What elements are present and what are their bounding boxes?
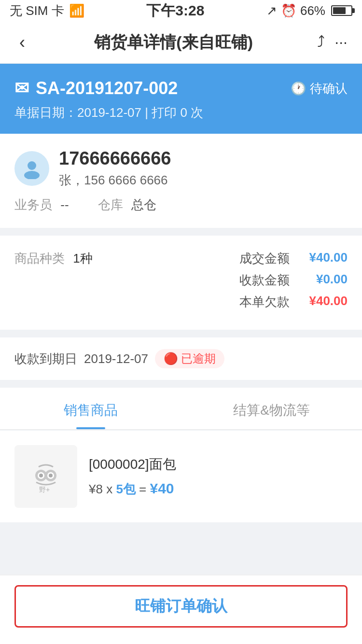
customer-meta-row: 业务员 -- 仓库 总仓	[14, 196, 348, 213]
tabs-bar: 销售商品 结算&物流等	[0, 388, 362, 430]
price-text: ¥8 x	[89, 482, 116, 496]
product-list-item: 野+ [0000002]面包 ¥8 x 5包 = ¥40	[0, 431, 362, 522]
share-button[interactable]: ⤴	[317, 33, 325, 51]
deal-amount-row: 成交金额 ¥40.00	[239, 250, 348, 267]
confirm-order-button[interactable]: 旺铺订单确认	[14, 585, 348, 628]
overdue-icon: 🔴	[164, 352, 178, 365]
status-bar: 无 SIM 卡 📶 下午3:28 ↗ ⏰ 66%	[0, 0, 362, 21]
order-id-section: ✉ SA-20191207-002	[14, 78, 178, 98]
product-type-section: 商品种类 1种	[14, 250, 93, 267]
customer-card: 17666666666 张，156 6666 6666 业务员 -- 仓库 总仓	[0, 134, 362, 228]
overdue-text: 已逾期	[181, 351, 216, 366]
deal-amount-label: 成交金额	[239, 250, 290, 267]
status-text: 待确认	[310, 80, 348, 97]
svg-text:野+: 野+	[39, 486, 50, 493]
due-date-label: 收款到期日	[14, 350, 77, 367]
product-total: ¥40	[150, 480, 174, 496]
nav-actions: ⤴ ···	[317, 33, 348, 51]
received-amount-row: 收款金额 ¥0.00	[239, 272, 348, 289]
warehouse-field: 仓库 总仓	[98, 196, 156, 213]
product-thumbnail: 野+	[14, 445, 77, 508]
svg-point-7	[49, 474, 53, 477]
battery-percent: 66%	[300, 3, 325, 18]
product-price-row: ¥8 x 5包 = ¥40	[89, 480, 348, 498]
order-header-card: ✉ SA-20191207-002 🕐 待确认 单据日期：2019-12-07 …	[0, 64, 362, 134]
order-status-badge: 🕐 待确认	[291, 80, 348, 97]
alarm-icon: ⏰	[281, 3, 296, 18]
status-bar-left: 无 SIM 卡 📶	[10, 2, 84, 19]
owed-amount-row: 本单欠款 ¥40.00	[239, 294, 348, 310]
due-date-value: 2019-12-07	[84, 351, 148, 366]
status-bar-right: ↗ ⏰ 66%	[266, 3, 352, 18]
order-date-line: 单据日期：2019-12-07 | 打印 0 次	[14, 104, 348, 121]
sales-field: 业务员 --	[14, 196, 69, 213]
svg-point-1	[24, 171, 40, 179]
sales-value: --	[60, 197, 69, 212]
product-details: [0000002]面包 ¥8 x 5包 = ¥40	[89, 455, 348, 498]
customer-info: 17666666666 张，156 6666 6666	[59, 148, 171, 189]
battery-icon	[331, 5, 352, 16]
owed-amount-label: 本单欠款	[239, 294, 290, 310]
nav-bar: ‹ 销货单详情(来自旺铺) ⤴ ···	[0, 21, 362, 64]
product-type-value: 1种	[73, 251, 92, 266]
back-button[interactable]: ‹	[14, 28, 30, 57]
status-clock-icon: 🕐	[291, 81, 306, 96]
status-bar-time: 下午3:28	[146, 1, 204, 21]
customer-phone: 17666666666	[59, 148, 171, 169]
customer-sub-info: 张，156 6666 6666	[59, 172, 171, 189]
overdue-badge: 🔴 已逾期	[155, 349, 224, 368]
more-button[interactable]: ···	[334, 33, 348, 51]
carrier-label: 无 SIM 卡	[10, 2, 64, 19]
financial-summary: 成交金额 ¥40.00 收款金额 ¥0.00 本单欠款 ¥40.00	[239, 250, 348, 315]
deal-amount-value: ¥40.00	[309, 250, 348, 267]
confirm-button-wrapper: 旺铺订单确认	[0, 574, 362, 644]
product-type-label: 商品种类	[14, 251, 65, 266]
svg-point-6	[39, 474, 43, 477]
sales-label: 业务员	[14, 197, 52, 212]
wifi-icon: 📶	[69, 3, 84, 18]
page-title: 销货单详情(来自旺铺)	[30, 31, 317, 54]
location-icon: ↗	[266, 3, 277, 18]
order-id-text: SA-20191207-002	[36, 78, 178, 98]
tab-products[interactable]: 销售商品	[0, 388, 181, 429]
customer-avatar	[14, 151, 49, 186]
warehouse-value: 总仓	[131, 197, 156, 212]
order-icon: ✉	[14, 78, 29, 98]
svg-point-0	[28, 161, 36, 170]
product-name: [0000002]面包	[89, 455, 348, 474]
price-separator: =	[136, 482, 150, 496]
warehouse-label: 仓库	[98, 197, 123, 212]
product-qty: 5包	[116, 482, 135, 496]
summary-card: 商品种类 1种 成交金额 ¥40.00 收款金额 ¥0.00 本单欠款 ¥40.…	[0, 236, 362, 330]
due-date-card: 收款到期日 2019-12-07 🔴 已逾期	[0, 337, 362, 380]
received-amount-label: 收款金额	[239, 272, 290, 289]
received-amount-value: ¥0.00	[316, 272, 348, 289]
tab-settlement[interactable]: 结算&物流等	[181, 388, 362, 429]
owed-amount-value: ¥40.00	[309, 294, 348, 310]
